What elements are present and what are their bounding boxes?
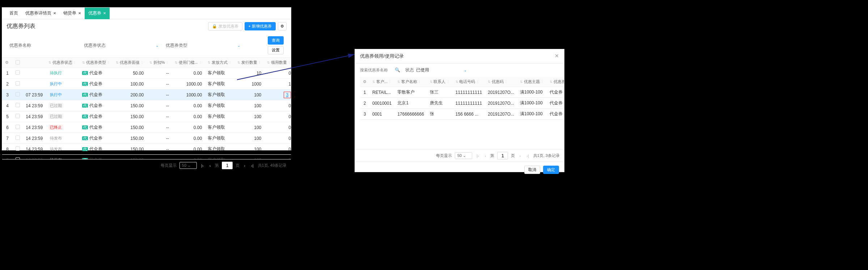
table-row[interactable]: 7 14 23:59 待发布 代代金券 150.00 -- 0.00 客户领取 …	[2, 133, 291, 144]
column-header[interactable]: 折扣%	[147, 58, 172, 68]
row-checkbox[interactable]	[16, 70, 20, 75]
column-header[interactable]: 使用门槛...	[172, 58, 205, 68]
filter-name-input[interactable]	[33, 42, 77, 48]
table-row[interactable]: 6 14 23:59 已终止 代代金券 150.00 -- 0.00 客户领取 …	[2, 122, 291, 133]
row-checkbox[interactable]	[16, 92, 20, 96]
issue-coupon-button[interactable]: 🔒 发放优惠券	[208, 22, 242, 30]
next-page-button[interactable]: ›	[518, 154, 522, 158]
per-page-select[interactable]: 50 ⌄	[179, 162, 197, 169]
pagination: 每页显示 50 ⌄ |‹ ‹ 第 页 › ›| 共1页, 49条记录	[2, 159, 291, 171]
table-row[interactable]: 1 RETAIL... 零散客户 张三 11111111111 20191207…	[360, 87, 564, 98]
column-header[interactable]	[23, 58, 46, 68]
column-header[interactable]: 领用数量	[264, 58, 291, 68]
column-header[interactable]: 客户名称	[394, 77, 427, 87]
table-row[interactable]: 2 执行中 代代金券 100.00 -- 1000.00 客户领取 1000 1…	[2, 79, 291, 90]
column-header[interactable]: 优惠码	[485, 77, 517, 87]
modal-status-select[interactable]: 已使用⌄	[416, 67, 467, 73]
coupon-topic: 满1000-100	[517, 87, 547, 98]
row-time: 14 23:59	[23, 133, 46, 144]
filter-buttons: 查询 设置	[268, 36, 284, 54]
last-page-button[interactable]: ›|	[525, 154, 530, 158]
column-header[interactable]: 优惠券类	[547, 77, 564, 87]
claim-count: 0	[264, 133, 291, 144]
filter-type-select[interactable]: ⌄	[190, 43, 240, 47]
issue-count: 100	[234, 133, 264, 144]
close-icon[interactable]: ✕	[78, 11, 81, 15]
tab-优惠券详情页[interactable]: 优惠券详情页✕	[22, 8, 60, 19]
ok-button[interactable]: 确定	[543, 166, 559, 174]
checkbox-all[interactable]	[16, 60, 20, 65]
column-header[interactable]: 客户...	[369, 77, 394, 87]
modal-search-input[interactable]	[360, 68, 393, 72]
chevron-down-icon: ⌄	[464, 68, 467, 72]
column-header[interactable]: ⚙	[360, 77, 369, 87]
close-icon[interactable]: ✕	[103, 11, 106, 15]
filter-status-select[interactable]: ⌄	[108, 43, 158, 47]
row-checkbox[interactable]	[16, 146, 20, 151]
row-checkbox[interactable]	[16, 103, 20, 107]
table-row[interactable]: 4 14 23:59 已过期 代代金券 150.00 -- 0.00 客户领取 …	[2, 100, 291, 111]
column-header[interactable]: 优惠券类型	[79, 58, 113, 68]
coupon-type: 代金券	[89, 92, 102, 97]
settings-gear-button[interactable]: ⚙	[278, 22, 287, 30]
column-header[interactable]	[13, 58, 23, 68]
cancel-button[interactable]: 取消	[524, 166, 540, 174]
gear-icon[interactable]: ⚙	[5, 60, 9, 65]
add-coupon-button[interactable]: + 新增优惠券	[245, 22, 276, 30]
filter-settings-button[interactable]: 设置	[268, 46, 284, 54]
last-page-button[interactable]: ›|	[250, 163, 255, 168]
claim-count: 3	[264, 90, 291, 100]
claim-count: 1	[264, 79, 291, 90]
first-page-button[interactable]: |‹	[200, 163, 205, 168]
column-header[interactable]: 发行数量	[234, 58, 264, 68]
first-page-button[interactable]: |‹	[475, 154, 480, 158]
table-row[interactable]: 1 待执行 代代金券 50.00 -- 0.00 客户领取 10 0 0 ↗⊞	[2, 68, 291, 79]
row-checkbox[interactable]	[16, 136, 20, 140]
per-page-select[interactable]: 50 ⌄	[455, 152, 472, 159]
row-checkbox[interactable]	[16, 114, 20, 118]
column-header[interactable]: 电话号码	[453, 77, 485, 87]
tab-销货单[interactable]: 销货单✕	[60, 8, 85, 19]
next-page-button[interactable]: ›	[242, 163, 247, 168]
prev-page-button[interactable]: ‹	[483, 154, 488, 158]
claim-count: 0	[264, 155, 291, 159]
tab-首页[interactable]: 首页	[6, 8, 22, 19]
status-badge: 待发布	[48, 136, 63, 141]
close-icon[interactable]: ✕	[555, 53, 559, 59]
gear-icon[interactable]: ⚙	[363, 79, 367, 84]
column-header[interactable]: 优惠券状态	[46, 58, 79, 68]
column-header[interactable]: 联系人	[427, 77, 453, 87]
issue-count: 100	[234, 144, 264, 155]
row-time: 14 23:59	[23, 155, 46, 159]
table-row[interactable]: 3 07 23:59 执行中 代代金券 200.00 -- 1000.00 客户…	[2, 90, 291, 100]
tab-优惠券[interactable]: 优惠券✕	[85, 8, 110, 19]
claim-count-link[interactable]: 3	[284, 92, 291, 98]
issue-way: 客户领取	[205, 68, 234, 79]
row-checkbox[interactable]	[16, 157, 20, 159]
header-actions: 🔒 发放优惠券 + 新增优惠券 ⚙	[208, 22, 287, 30]
table-row[interactable]: 5 14 23:59 已过期 代代金券 150.00 -- 0.00 客户领取 …	[2, 111, 291, 122]
column-header[interactable]: 优惠主题	[517, 77, 547, 87]
query-button[interactable]: 查询	[268, 36, 284, 45]
modal-filters: 🔍 状态 已使用⌄	[355, 63, 564, 77]
table-row[interactable]: 9 14 23:59 待发布 代代金券 150.00 -- 0.00 客户领取 …	[2, 155, 291, 159]
search-icon[interactable]: 🔍	[395, 67, 400, 72]
threshold: 0.00	[172, 122, 205, 133]
threshold: 0.00	[172, 144, 205, 155]
coupon-type: 代金券	[547, 109, 564, 120]
close-icon[interactable]: ✕	[53, 11, 56, 15]
page-input[interactable]	[222, 162, 233, 169]
table-row[interactable]: 8 14 23:59 待发布 代代金券 150.00 -- 0.00 客户领取 …	[2, 144, 291, 155]
modal-table-wrap[interactable]: ⚙客户...客户名称联系人电话号码优惠码优惠主题优惠券类 1 RETAIL...…	[355, 77, 564, 149]
row-checkbox[interactable]	[16, 125, 20, 129]
table-row[interactable]: 3 0001 17666666666 张 156 6666 ... 201912…	[360, 109, 564, 120]
table-row[interactable]: 2 00010001 北京1 唐先生 11111111111 20191207O…	[360, 98, 564, 109]
column-header[interactable]: 发放方式	[205, 58, 234, 68]
coupon-table-wrap[interactable]: ⚙优惠券状态优惠券类型优惠券面值折扣%使用门槛...发放方式发行数量领用数量使用…	[2, 58, 291, 159]
row-checkbox[interactable]	[16, 81, 20, 86]
type-badge: 代	[82, 71, 88, 75]
prev-page-button[interactable]: ‹	[208, 163, 212, 168]
column-header[interactable]: 优惠券面值	[113, 58, 147, 68]
column-header[interactable]: ⚙	[2, 58, 13, 68]
page-input[interactable]	[497, 152, 508, 159]
